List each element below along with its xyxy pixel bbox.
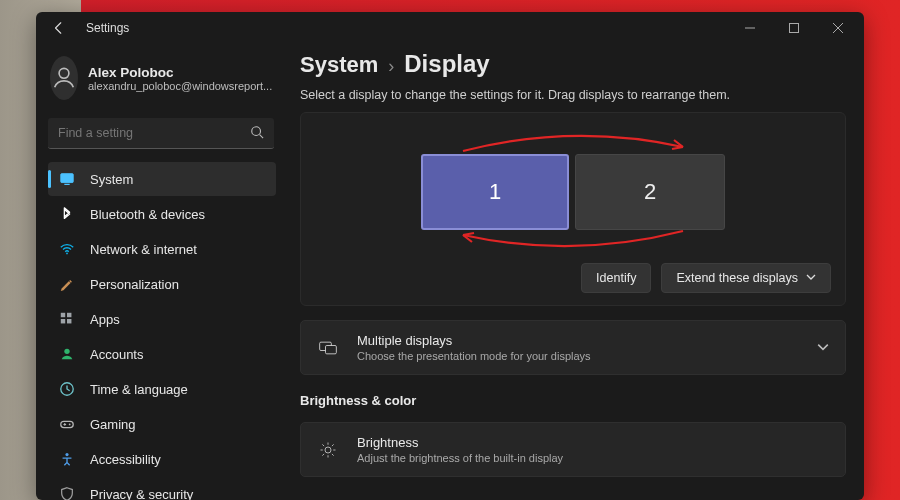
sidebar-item-label: Time & language bbox=[90, 382, 188, 397]
svg-rect-10 bbox=[61, 319, 65, 323]
clock-icon bbox=[58, 380, 76, 398]
sidebar-item-label: Personalization bbox=[90, 277, 179, 292]
person-icon bbox=[58, 345, 76, 363]
display-canvas[interactable]: 1 2 bbox=[315, 127, 831, 257]
multiple-displays-icon bbox=[317, 338, 339, 358]
card-title: Brightness bbox=[357, 435, 563, 450]
window-title: Settings bbox=[86, 21, 129, 35]
sidebar-item-system[interactable]: System bbox=[48, 162, 276, 196]
sidebar-item-personalization[interactable]: Personalization bbox=[48, 267, 276, 301]
display-1[interactable]: 1 bbox=[421, 154, 569, 230]
card-title: Multiple displays bbox=[357, 333, 591, 348]
avatar bbox=[50, 56, 78, 100]
search-icon bbox=[250, 125, 264, 143]
annotation-arrow-bottom bbox=[443, 229, 703, 253]
maximize-button[interactable] bbox=[772, 12, 816, 44]
access-icon bbox=[58, 450, 76, 468]
sidebar-item-privacy-security[interactable]: Privacy & security bbox=[48, 477, 276, 500]
close-button[interactable] bbox=[816, 12, 860, 44]
sidebar: Alex Poloboc alexandru_poloboc@windowsre… bbox=[36, 44, 284, 500]
sidebar-item-label: Bluetooth & devices bbox=[90, 207, 205, 222]
profile-block[interactable]: Alex Poloboc alexandru_poloboc@windowsre… bbox=[46, 52, 278, 116]
monitor-icon bbox=[58, 170, 76, 188]
sidebar-item-gaming[interactable]: Gaming bbox=[48, 407, 276, 441]
sidebar-item-label: Apps bbox=[90, 312, 120, 327]
svg-line-27 bbox=[332, 444, 334, 446]
back-button[interactable] bbox=[50, 19, 68, 37]
breadcrumb-current: Display bbox=[404, 50, 489, 78]
breadcrumb: System › Display bbox=[300, 50, 846, 78]
sidebar-item-label: Gaming bbox=[90, 417, 136, 432]
sidebar-item-label: Accounts bbox=[90, 347, 143, 362]
extend-displays-dropdown[interactable]: Extend these displays bbox=[661, 263, 831, 293]
svg-point-19 bbox=[325, 447, 331, 453]
shield-icon bbox=[58, 485, 76, 500]
sidebar-item-label: Privacy & security bbox=[90, 487, 193, 501]
search-input[interactable] bbox=[48, 118, 274, 149]
brightness-icon bbox=[317, 441, 339, 459]
svg-line-4 bbox=[260, 135, 264, 139]
card-desc: Adjust the brightness of the built-in di… bbox=[357, 452, 563, 464]
annotation-arrow-top bbox=[443, 129, 703, 153]
card-desc: Choose the presentation mode for your di… bbox=[357, 350, 591, 362]
minimize-button[interactable] bbox=[728, 12, 772, 44]
breadcrumb-parent[interactable]: System bbox=[300, 52, 378, 78]
svg-rect-1 bbox=[790, 24, 799, 33]
sidebar-item-time-language[interactable]: Time & language bbox=[48, 372, 276, 406]
svg-rect-14 bbox=[61, 421, 73, 427]
svg-rect-5 bbox=[61, 174, 73, 183]
multiple-displays-card[interactable]: Multiple displays Choose the presentatio… bbox=[300, 320, 846, 375]
svg-point-15 bbox=[69, 424, 71, 426]
profile-name: Alex Poloboc bbox=[88, 65, 272, 80]
svg-rect-18 bbox=[326, 345, 337, 353]
svg-line-26 bbox=[322, 453, 324, 455]
wifi-icon bbox=[58, 240, 76, 258]
display-arrangement-panel: 1 2 Identify Extend these displays bbox=[300, 112, 846, 306]
svg-line-24 bbox=[322, 444, 324, 446]
title-bar: Settings bbox=[36, 12, 864, 44]
search-box[interactable] bbox=[48, 118, 274, 149]
profile-email: alexandru_poloboc@windowsreport... bbox=[88, 80, 272, 92]
brush-icon bbox=[58, 275, 76, 293]
section-brightness-color: Brightness & color bbox=[300, 393, 846, 408]
nav-list: SystemBluetooth & devicesNetwork & inter… bbox=[46, 161, 278, 500]
svg-point-2 bbox=[59, 68, 69, 78]
svg-line-25 bbox=[332, 453, 334, 455]
svg-rect-11 bbox=[67, 319, 71, 323]
chevron-down-icon bbox=[806, 271, 816, 285]
sidebar-item-label: System bbox=[90, 172, 133, 187]
svg-point-12 bbox=[64, 349, 69, 354]
sidebar-item-label: Accessibility bbox=[90, 452, 161, 467]
sidebar-item-accounts[interactable]: Accounts bbox=[48, 337, 276, 371]
svg-point-16 bbox=[65, 453, 68, 456]
sidebar-item-bluetooth-devices[interactable]: Bluetooth & devices bbox=[48, 197, 276, 231]
svg-point-3 bbox=[252, 127, 261, 136]
settings-window: Settings Alex Poloboc alexandru_poloboc@… bbox=[36, 12, 864, 500]
sidebar-item-network-internet[interactable]: Network & internet bbox=[48, 232, 276, 266]
main-panel: System › Display Select a display to cha… bbox=[284, 44, 864, 500]
svg-rect-9 bbox=[67, 313, 71, 317]
svg-point-7 bbox=[66, 253, 68, 255]
chevron-right-icon: › bbox=[388, 56, 394, 77]
sidebar-item-apps[interactable]: Apps bbox=[48, 302, 276, 336]
gamepad-icon bbox=[58, 415, 76, 433]
instructions-text: Select a display to change the settings … bbox=[300, 88, 846, 102]
sidebar-item-label: Network & internet bbox=[90, 242, 197, 257]
display-2[interactable]: 2 bbox=[575, 154, 725, 230]
apps-icon bbox=[58, 310, 76, 328]
identify-button[interactable]: Identify bbox=[581, 263, 651, 293]
brightness-card[interactable]: Brightness Adjust the brightness of the … bbox=[300, 422, 846, 477]
bluetooth-icon bbox=[58, 205, 76, 223]
chevron-down-icon bbox=[817, 339, 829, 357]
svg-rect-8 bbox=[61, 313, 65, 317]
sidebar-item-accessibility[interactable]: Accessibility bbox=[48, 442, 276, 476]
